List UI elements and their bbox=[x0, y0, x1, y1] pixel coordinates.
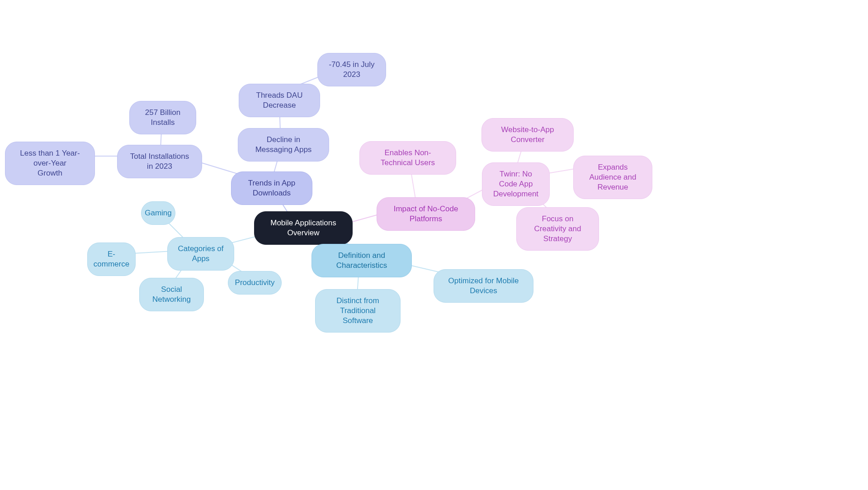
installs-stat-node[interactable]: 257 Billion Installs bbox=[129, 101, 196, 134]
productivity-node[interactable]: Productivity bbox=[228, 271, 282, 295]
total-installs-node[interactable]: Total Installations in 2023 bbox=[117, 145, 202, 178]
ecommerce-node[interactable]: E-commerce bbox=[87, 243, 136, 276]
social-node[interactable]: Social Networking bbox=[139, 278, 204, 311]
definition-node[interactable]: Definition and Characteristics bbox=[311, 244, 412, 277]
root-node[interactable]: Mobile Applications Overview bbox=[254, 211, 353, 245]
enables-node[interactable]: Enables Non-Technical Users bbox=[359, 141, 456, 175]
decline-node[interactable]: Decline in Messaging Apps bbox=[238, 128, 329, 162]
focus-node[interactable]: Focus on Creativity and Strategy bbox=[516, 207, 599, 251]
svg-line-7 bbox=[133, 251, 172, 253]
distinct-node[interactable]: Distinct from Traditional Software bbox=[315, 289, 401, 333]
impact-node[interactable]: Impact of No-Code Platforms bbox=[377, 197, 475, 231]
gaming-node[interactable]: Gaming bbox=[141, 201, 175, 225]
growth-stat-node[interactable]: Less than 1 Year-over-Year Growth bbox=[5, 142, 95, 185]
threads-stat-node[interactable]: -70.45 in July 2023 bbox=[317, 53, 386, 86]
trends-node[interactable]: Trends in App Downloads bbox=[231, 171, 312, 205]
expands-node[interactable]: Expands Audience and Revenue bbox=[573, 156, 652, 199]
twinr-node[interactable]: Twinr: No Code App Development bbox=[482, 162, 550, 206]
optimized-node[interactable]: Optimized for Mobile Devices bbox=[434, 269, 533, 303]
threads-node[interactable]: Threads DAU Decrease bbox=[239, 84, 320, 117]
categories-node[interactable]: Categories of Apps bbox=[167, 237, 234, 271]
converter-node[interactable]: Website-to-App Converter bbox=[481, 118, 574, 152]
